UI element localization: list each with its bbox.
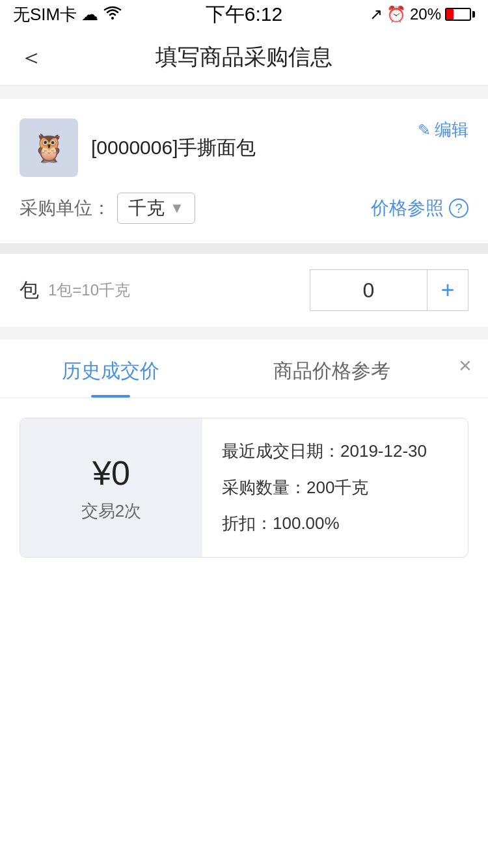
quantity-unit-hint: 1包=10千克: [48, 280, 130, 301]
date-label: 最近成交日期：: [222, 441, 340, 461]
transaction-discount: 折扣：100.00%: [222, 510, 448, 537]
edit-icon: ✎: [418, 121, 431, 139]
page-title: 填写商品采购信息: [156, 42, 332, 72]
qty-value: 200千克: [306, 478, 368, 497]
battery-indicator: [445, 8, 475, 21]
section-divider: [0, 243, 488, 254]
tabs-content: ¥0 交易2次 最近成交日期：2019-12-30 采购数量：200千克 折扣：…: [0, 398, 488, 584]
product-logo-icon: 🦉: [32, 132, 66, 164]
back-button[interactable]: ＜: [20, 46, 43, 69]
price-ref-button[interactable]: 价格参照 ?: [371, 196, 468, 221]
edit-button[interactable]: ✎ 编辑: [418, 118, 468, 141]
wifi-icon: [103, 5, 122, 25]
alarm-icon: ⏰: [386, 5, 406, 23]
transaction-date: 最近成交日期：2019-12-30: [222, 438, 448, 465]
product-left: 🦉 [0000006]手撕面包: [20, 118, 256, 177]
product-unit-row: 采购单位： 千克 ▼ 价格参照 ?: [20, 193, 468, 224]
product-header: 🦉 [0000006]手撕面包 ✎ 编辑: [20, 118, 468, 177]
transaction-card: ¥0 交易2次 最近成交日期：2019-12-30 采购数量：200千克 折扣：…: [20, 418, 468, 558]
tabs-section: 历史成交价 商品价格参考 × ¥0 交易2次 最近成交日期：2019-12-30…: [0, 340, 488, 584]
price-ref-label: 价格参照: [371, 196, 444, 221]
tab-product-price-ref[interactable]: 商品价格参考: [221, 340, 442, 398]
date-value: 2019-12-30: [340, 441, 427, 461]
discount-label: 折扣：: [222, 513, 273, 533]
discount-value: 100.00%: [273, 513, 340, 533]
plus-button[interactable]: +: [427, 269, 468, 311]
status-left: 无SIM卡 ☁: [13, 3, 122, 26]
help-text: ?: [455, 201, 462, 216]
tab-history-price[interactable]: 历史成交价: [0, 340, 221, 398]
product-name: [0000006]手撕面包: [91, 134, 256, 161]
product-card: 🦉 [0000006]手撕面包 ✎ 编辑 采购单位： 千克 ▼ 价格参照 ?: [0, 99, 488, 243]
transaction-count: 交易2次: [81, 500, 141, 522]
tab1-label: 历史成交价: [62, 360, 159, 381]
tabs-close-button[interactable]: ×: [442, 353, 488, 385]
nav-header: ＜ 填写商品采购信息: [0, 29, 488, 86]
unit-select[interactable]: 千克 ▼: [117, 193, 195, 224]
quantity-row: 包 1包=10千克 +: [0, 254, 488, 327]
status-bar: 无SIM卡 ☁ 下午6:12 ↗ ⏰ 20%: [0, 0, 488, 29]
location-icon: ↗: [370, 5, 383, 23]
close-icon: ×: [459, 353, 472, 378]
quantity-input-group: +: [310, 269, 468, 311]
transaction-right: 最近成交日期：2019-12-30 采购数量：200千克 折扣：100.00%: [202, 418, 468, 557]
qty-label: 采购数量：: [222, 478, 306, 497]
tabs-header: 历史成交价 商品价格参考 ×: [0, 340, 488, 398]
dropdown-arrow-icon: ▼: [170, 200, 184, 217]
tab2-label: 商品价格参考: [273, 360, 390, 381]
quantity-left: 包 1包=10千克: [20, 277, 130, 304]
edit-label: 编辑: [435, 118, 468, 141]
transaction-left: ¥0 交易2次: [20, 418, 202, 557]
tab-active-indicator: [91, 395, 130, 398]
transaction-price: ¥0: [92, 453, 130, 493]
battery-percent: 20%: [410, 5, 441, 23]
unit-label: 采购单位：: [20, 196, 111, 221]
main-content-bg: [0, 584, 488, 868]
plus-icon: +: [441, 277, 454, 304]
help-icon: ?: [449, 198, 468, 218]
svg-point-0: [111, 17, 114, 20]
carrier-text: 无SIM卡 ☁: [13, 3, 98, 26]
unit-value: 千克: [128, 196, 165, 221]
status-right: ↗ ⏰ 20%: [370, 5, 475, 23]
product-avatar: 🦉: [20, 118, 78, 177]
status-time: 下午6:12: [206, 1, 282, 28]
transaction-qty: 采购数量：200千克: [222, 474, 448, 502]
quantity-input[interactable]: [310, 269, 427, 311]
quantity-unit-badge: 包: [20, 277, 39, 304]
